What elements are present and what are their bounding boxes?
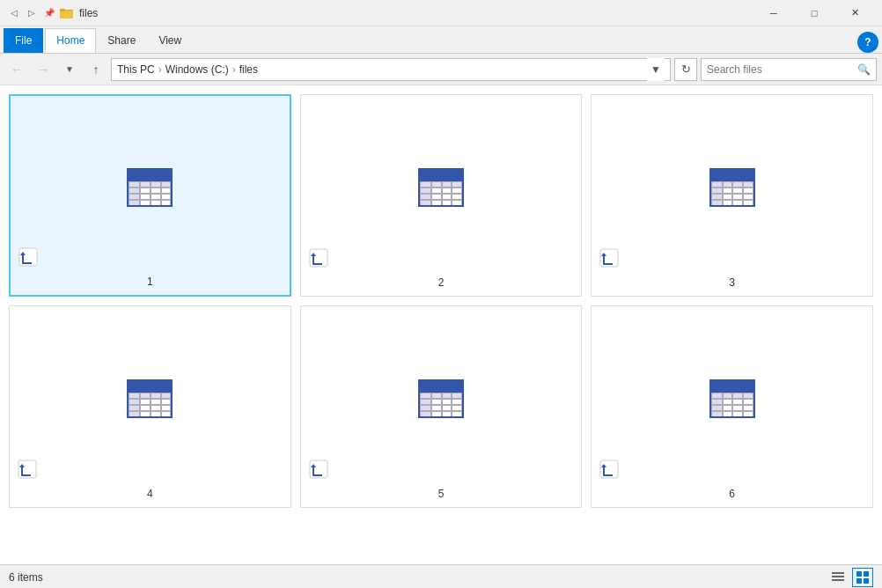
title-bar-icons: ◁ ▷ 📌 xyxy=(7,6,74,20)
file-item-6[interactable]: 6 xyxy=(591,305,873,508)
search-icon: 🔍 xyxy=(857,63,871,76)
toolbar: ← → ▼ ↑ This PC › Windows (C:) › files ▼… xyxy=(0,54,882,85)
large-icons-view-button[interactable] xyxy=(852,568,873,587)
help-button[interactable]: ? xyxy=(857,32,878,53)
file-label-1: 1 xyxy=(147,276,153,288)
shortcut-arrow-5 xyxy=(308,459,331,484)
window-controls: ─ □ ✕ xyxy=(753,0,875,26)
file-item-5[interactable]: 5 xyxy=(300,305,583,508)
svg-rect-14 xyxy=(856,578,862,584)
svg-rect-1 xyxy=(60,11,73,18)
view-controls xyxy=(827,568,873,587)
path-drive: Windows (C:) xyxy=(165,63,229,76)
file-label-3: 3 xyxy=(729,276,735,289)
svg-rect-13 xyxy=(864,571,869,577)
details-view-button[interactable] xyxy=(827,568,849,587)
svg-rect-12 xyxy=(856,571,862,577)
separator-1: › xyxy=(158,63,162,76)
status-bar: 6 items xyxy=(0,564,882,588)
file-preview-4 xyxy=(17,313,283,484)
file-label-5: 5 xyxy=(438,488,445,500)
address-bar[interactable]: This PC › Windows (C:) › files ▼ xyxy=(111,58,671,81)
item-count: 6 items xyxy=(9,571,43,584)
pin-icon[interactable]: 📌 xyxy=(42,6,56,20)
path-current: files xyxy=(239,63,258,76)
main-area: 1 xyxy=(0,85,882,564)
close-button[interactable]: ✕ xyxy=(834,0,875,26)
dropdown-button[interactable]: ▼ xyxy=(58,58,81,81)
content-area: 1 xyxy=(0,85,882,564)
search-bar[interactable]: 🔍 xyxy=(701,58,877,81)
quick-access-forward[interactable]: ▷ xyxy=(25,6,39,20)
refresh-button[interactable]: ↻ xyxy=(674,58,697,81)
svg-rect-2 xyxy=(60,9,65,11)
svg-rect-10 xyxy=(832,576,844,577)
search-input[interactable] xyxy=(707,63,854,76)
shortcut-arrow-2 xyxy=(308,247,331,273)
svg-rect-15 xyxy=(864,578,869,584)
file-item-3[interactable]: 3 xyxy=(591,94,873,297)
up-button[interactable]: ↑ xyxy=(85,58,107,81)
window-title: files xyxy=(79,7,98,19)
file-preview-1 xyxy=(18,103,283,272)
file-grid: 1 xyxy=(9,94,873,508)
quick-access-back[interactable]: ◁ xyxy=(7,6,21,20)
path-thispc: This PC xyxy=(117,63,155,76)
ribbon-tabs: File Home Share View ? xyxy=(0,26,882,53)
ribbon: File Home Share View ? xyxy=(0,26,882,54)
file-item-2[interactable]: 2 xyxy=(300,94,583,297)
shortcut-arrow-3 xyxy=(599,247,621,273)
svg-rect-11 xyxy=(832,579,844,581)
tab-home[interactable]: Home xyxy=(45,28,96,53)
file-item-4[interactable]: 4 xyxy=(9,305,291,508)
file-label-2: 2 xyxy=(438,276,445,289)
shortcut-arrow-4 xyxy=(17,459,40,484)
tab-share[interactable]: Share xyxy=(96,28,147,53)
svg-rect-9 xyxy=(832,572,844,574)
forward-button[interactable]: → xyxy=(32,58,55,81)
shortcut-arrow-1 xyxy=(18,246,40,272)
tab-view[interactable]: View xyxy=(147,28,193,53)
file-label-6: 6 xyxy=(729,488,735,500)
file-preview-5 xyxy=(308,313,575,484)
minimize-button[interactable]: ─ xyxy=(753,0,794,26)
file-preview-2 xyxy=(308,102,575,273)
tab-file[interactable]: File xyxy=(4,28,43,53)
file-label-4: 4 xyxy=(147,488,153,500)
maximize-button[interactable]: □ xyxy=(794,0,834,26)
separator-2: › xyxy=(232,63,236,76)
shortcut-arrow-6 xyxy=(599,459,621,484)
back-button[interactable]: ← xyxy=(5,58,28,81)
folder-icon xyxy=(60,6,74,20)
file-item-1[interactable]: 1 xyxy=(9,94,291,297)
file-preview-3 xyxy=(599,102,865,273)
address-dropdown[interactable]: ▼ xyxy=(647,58,665,81)
title-bar: ◁ ▷ 📌 files ─ □ ✕ xyxy=(0,0,882,26)
file-preview-6 xyxy=(599,313,865,484)
